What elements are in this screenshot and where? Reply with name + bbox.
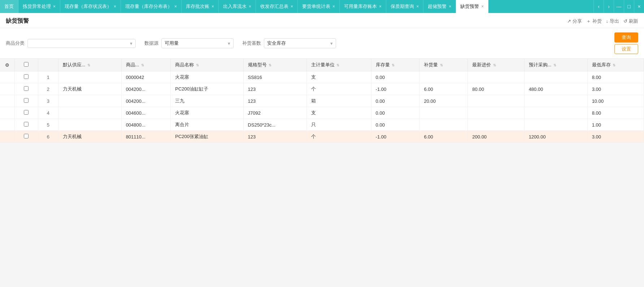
col-settings[interactable]: ⚙	[0, 59, 14, 71]
tab-avail-ledger[interactable]: 可用量库存账本 ×	[340, 0, 386, 13]
tab-batch-close[interactable]: ×	[212, 4, 214, 9]
tab-batch-account[interactable]: 库存批次账 ×	[182, 0, 219, 13]
tab-shortage[interactable]: 缺货预警 ×	[456, 0, 488, 13]
unit-sort-icon: ⇅	[336, 63, 339, 67]
price-sort-icon: ⇅	[493, 63, 496, 67]
export-button[interactable]: ↓ 导出	[606, 18, 619, 25]
row-latest-price	[468, 107, 524, 119]
tab-avail-close[interactable]: ×	[379, 4, 382, 9]
col-replenish[interactable]: 补货量 ⇅	[419, 59, 468, 71]
row-num: 6	[38, 131, 58, 143]
row-checkbox[interactable]	[24, 74, 29, 79]
row-settings-cell	[0, 131, 14, 143]
tab-overstock[interactable]: 超储预警 ×	[423, 0, 456, 13]
col-spec[interactable]: 规格型号 ⇅	[243, 59, 306, 71]
row-min-stock: 1.00	[587, 119, 644, 131]
tab-inventory-dist[interactable]: 现存量（库存分布表） ×	[121, 0, 182, 13]
tab-overstock-close[interactable]: ×	[449, 4, 451, 9]
col-min-stock[interactable]: 最低库存 ⇅	[587, 59, 644, 71]
tab-scroll-left[interactable]: ‹	[593, 0, 604, 13]
replenish-select-value: 安全库存	[267, 40, 327, 47]
window-minimize[interactable]: —	[614, 0, 624, 13]
row-unit: 支	[306, 71, 371, 83]
row-code: 004800...	[121, 119, 171, 131]
min-sort-icon: ⇅	[613, 63, 615, 67]
row-supplier	[58, 71, 121, 83]
row-stock: 0.00	[371, 107, 419, 119]
tab-exception[interactable]: 拣货异常处理 ×	[18, 0, 60, 13]
row-code: 801110...	[121, 131, 171, 143]
query-button[interactable]: 查询	[614, 32, 638, 43]
tab-shortage-close[interactable]: ×	[481, 4, 484, 9]
col-checkbox-header[interactable]	[14, 59, 38, 71]
replenish-sort-icon: ⇅	[440, 63, 443, 67]
tab-order-close[interactable]: ×	[332, 4, 335, 9]
row-replenish: 6.00	[419, 83, 468, 95]
row-latest-price	[468, 119, 524, 131]
row-checkbox[interactable]	[24, 122, 29, 127]
tab-scroll-right[interactable]: ›	[604, 0, 614, 13]
row-checkbox-cell[interactable]	[14, 131, 38, 143]
row-latest-price: 80.00	[468, 83, 524, 95]
refresh-button[interactable]: ↺ 刷新	[623, 18, 638, 25]
row-name: 火花塞	[171, 107, 243, 119]
row-spec: 123	[243, 131, 306, 143]
settings-button[interactable]: 设置	[614, 44, 638, 54]
col-name[interactable]: 商品名称 ⇅	[171, 59, 243, 71]
stock-sort-icon: ⇅	[392, 63, 395, 67]
select-all-checkbox[interactable]	[24, 62, 29, 67]
row-checkbox-cell[interactable]	[14, 119, 38, 131]
row-spec: SS816	[243, 71, 306, 83]
row-unit: 只	[306, 119, 371, 131]
row-replenish	[419, 107, 468, 119]
col-unit[interactable]: 主计量单位 ⇅	[306, 59, 371, 71]
row-checkbox-cell[interactable]	[14, 95, 38, 107]
category-label: 商品分类	[6, 40, 25, 47]
col-stock[interactable]: 库存量 ⇅	[371, 59, 419, 71]
table-row: 2 力天机械 004200... PC200油缸缸子 123 个 -1.00 6…	[0, 83, 644, 95]
row-checkbox[interactable]	[24, 110, 29, 115]
row-checkbox[interactable]	[24, 134, 29, 138]
tab-expiry[interactable]: 保质期查询 ×	[386, 0, 423, 13]
row-min-stock: 10.00	[587, 95, 644, 107]
col-est-purchase[interactable]: 预计采购... ⇅	[524, 59, 587, 71]
refresh-icon: ↺	[623, 18, 627, 24]
replenish-dropdown-icon: ▾	[330, 41, 333, 46]
datasource-select[interactable]: 可用量 ▾	[161, 38, 234, 48]
row-checkbox[interactable]	[24, 98, 29, 103]
tab-expiry-close[interactable]: ×	[416, 4, 419, 9]
row-spec: 123	[243, 95, 306, 107]
tab-inout-flow[interactable]: 出入库流水 ×	[219, 0, 256, 13]
row-checkbox-cell[interactable]	[14, 107, 38, 119]
share-button[interactable]: ↗ 分享	[567, 18, 582, 25]
table-row: 1 0000042 火花塞 SS816 支 0.00 8.00	[0, 71, 644, 83]
tab-inventory-status-close[interactable]: ×	[114, 4, 116, 9]
tab-exception-close[interactable]: ×	[53, 4, 56, 9]
row-checkbox-cell[interactable]	[14, 71, 38, 83]
row-checkbox[interactable]	[24, 86, 29, 91]
category-select[interactable]: ▾	[27, 39, 136, 48]
window-maximize[interactable]: □	[624, 0, 634, 13]
code-sort-icon: ⇅	[141, 63, 144, 67]
row-min-stock: 8.00	[587, 71, 644, 83]
tab-inventory-dist-close[interactable]: ×	[174, 4, 177, 9]
tab-recv-summary[interactable]: 收发存汇总表 ×	[256, 0, 298, 13]
tab-home[interactable]: 首页	[0, 0, 18, 13]
tab-inventory-status[interactable]: 现存量（库存状况表） ×	[60, 0, 121, 13]
tab-recv-close[interactable]: ×	[291, 4, 293, 9]
row-spec: 123	[243, 83, 306, 95]
row-unit: 个	[306, 83, 371, 95]
row-supplier: 力天机械	[58, 83, 121, 95]
tab-order-stat[interactable]: 要货单统计表 ×	[298, 0, 340, 13]
col-latest-price[interactable]: 最新进价 ⇅	[468, 59, 524, 71]
header-actions: ↗ 分享 ＋ 补货 ↓ 导出 ↺ 刷新	[567, 18, 639, 25]
col-supplier[interactable]: 默认供应... ⇅	[58, 59, 121, 71]
replenish-select[interactable]: 安全库存 ▾	[264, 38, 336, 48]
tab-inout-close[interactable]: ×	[249, 4, 251, 9]
row-checkbox-cell[interactable]	[14, 83, 38, 95]
col-code[interactable]: 商品... ⇅	[121, 59, 171, 71]
window-close[interactable]: ×	[634, 0, 644, 13]
row-code: 004200...	[121, 83, 171, 95]
replenish-button[interactable]: ＋ 补货	[586, 18, 602, 25]
row-settings-cell	[0, 95, 14, 107]
